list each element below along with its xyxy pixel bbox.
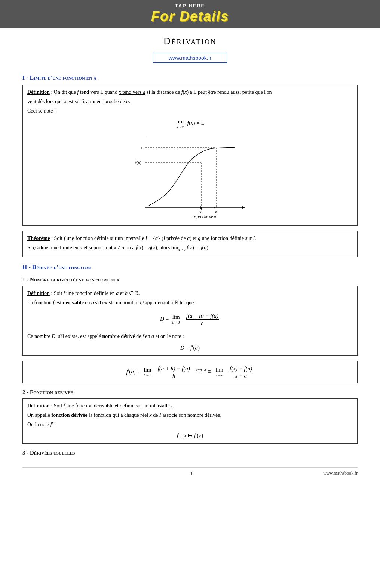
main-title: Dérivation [22, 36, 358, 47]
theorem-box: Théorème : Soit f une fonction définie s… [22, 231, 358, 257]
definition-box-derivable: Définition : Soit f une fonction définie… [22, 286, 358, 356]
def1-label: Définition [27, 89, 50, 95]
def-derivable-note: Ce nombre D, s'il existe, est appelé nom… [27, 332, 353, 340]
svg-text:f(x): f(x) [135, 160, 142, 165]
fprime-formula-box: f′(a) = lim h→0 f(a + h) − f(a) h x=a+h … [22, 361, 358, 383]
page-footer: 1 www.mathsbook.fr [22, 467, 358, 477]
limit-formula-1: lim x→a f(x) = L [27, 118, 353, 129]
def-fd-text1: Définition : Soit f une fonction dérivab… [27, 402, 353, 410]
svg-text:x: x [199, 209, 202, 214]
subsection3-heading: 3 - Dérivées usuelles [22, 450, 358, 456]
website-link[interactable]: www.mathsbook.fr [153, 53, 227, 63]
derivative-notation: D = f′(a) [27, 345, 353, 351]
def1-text2: veut dès lors que x est suffisamment pro… [27, 98, 353, 105]
def-fd-text3: On la note f′ : [27, 421, 353, 428]
graph-container: L f(x) x a x proche de a [27, 133, 353, 219]
derivative-formula-D: D = lim h→0 f(a + h) − f(a) h [27, 313, 353, 326]
section1-heading: I - Limite d'une fonction en a [22, 74, 358, 81]
def-derivable-text1: Définition : Soit f une fonction définie… [27, 289, 353, 297]
definition-box-1: Définition : On dit que f tend vers L qu… [22, 85, 358, 226]
svg-marker-14 [214, 206, 215, 209]
header-banner[interactable]: TAP HERE For Details [0, 0, 380, 28]
footer-page-number: 1 [60, 471, 323, 477]
def1-text: Définition : On dit que f tend vers L qu… [27, 88, 353, 96]
subsection2-heading: 2 - Fonction dérivée [22, 389, 358, 395]
def-derivable-text2: La fonction f est dérivable en a s'il ex… [27, 299, 353, 307]
subsection1-heading: 1 - Nombre dérivée d'une fonction en a [22, 277, 358, 283]
def-fd-label: Définition [27, 403, 50, 409]
section2-heading: II - Dérivée d'une fonction [22, 264, 358, 271]
theorem-text2: Si g admet une limite en a et si pour to… [27, 244, 353, 252]
page-content: Dérivation www.mathsbook.fr I - Limite d… [0, 28, 380, 492]
tap-here-text: TAP HERE [0, 3, 380, 9]
svg-text:x proche de a: x proche de a [193, 214, 216, 219]
def-derivable-label: Définition [27, 290, 50, 296]
for-details-text: For Details [0, 9, 380, 24]
fonction-derivee-notation: f′ : x ↦ f′(x) [27, 432, 353, 439]
theorem-text1: Théorème : Soit f une fonction définie s… [27, 234, 353, 242]
theorem-label: Théorème [27, 235, 50, 241]
svg-text:L: L [141, 145, 143, 150]
svg-text:a: a [215, 209, 217, 214]
svg-marker-2 [242, 206, 245, 209]
def-fd-text2: On appelle fonction dérivée la fonction … [27, 411, 353, 419]
limit-graph: L f(x) x a x proche de a [130, 133, 250, 219]
footer-website: www.mathsbook.fr [323, 471, 358, 476]
definition-box-fonction-derivee: Définition : Soit f une fonction dérivab… [22, 398, 358, 444]
def1-note: Ceci se note : [27, 107, 353, 115]
